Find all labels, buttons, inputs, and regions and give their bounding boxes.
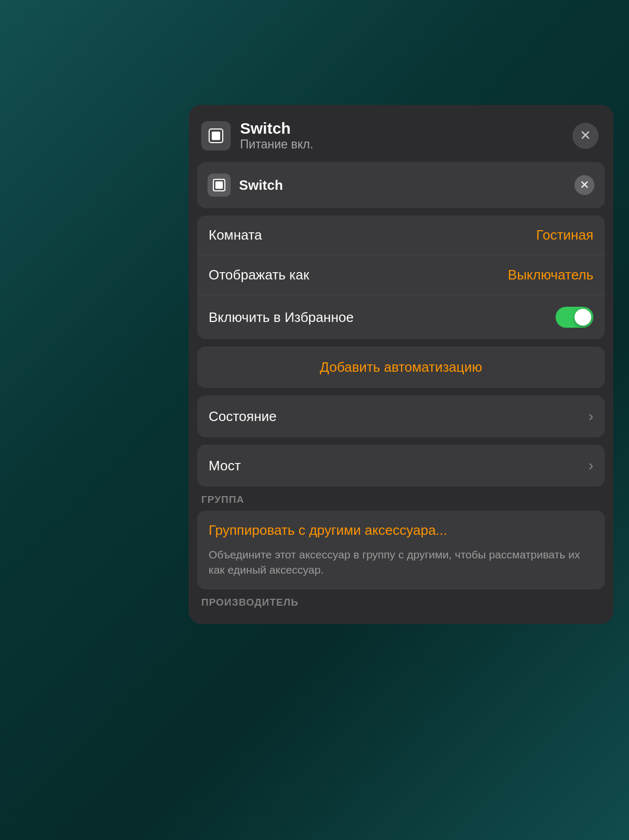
device-name-row: Switch ✕ [197, 162, 605, 208]
group-card: Группировать с другими аксессуара... Объ… [197, 511, 605, 589]
manufacturer-section-label: ПРОИЗВОДИТЕЛЬ [197, 597, 605, 613]
svg-rect-9 [215, 181, 223, 189]
bridge-label: Мост [209, 458, 241, 474]
manufacturer-section: ПРОИЗВОДИТЕЛЬ [197, 597, 605, 613]
modal-subtitle: Питание вкл. [240, 137, 313, 152]
modal-header: Switch Питание вкл. ✕ [189, 105, 613, 162]
group-section: ГРУППА Группировать с другими аксессуара… [197, 494, 605, 589]
switch-small-icon [213, 179, 225, 191]
display-label: Отображать как [209, 267, 309, 283]
group-section-label: ГРУППА [197, 494, 605, 511]
bridge-chevron-icon: › [589, 457, 593, 474]
add-automation-label: Добавить автоматизацию [320, 359, 482, 375]
modal-device-icon [201, 121, 231, 150]
toggle-thumb [574, 309, 591, 326]
settings-row-display[interactable]: Отображать как Выключатель [197, 255, 605, 295]
modal-device-section: Switch ✕ [197, 162, 605, 208]
settings-row-favorite: Включить в Избранное [197, 295, 605, 339]
favorite-toggle[interactable] [556, 307, 593, 328]
svg-rect-7 [212, 132, 220, 140]
bridge-row[interactable]: Мост › [197, 445, 605, 487]
device-name-icon [208, 174, 231, 197]
status-section: Состояние › [197, 395, 605, 437]
group-link-button[interactable]: Группировать с другими аксессуара... [197, 511, 605, 547]
status-row[interactable]: Состояние › [197, 395, 605, 437]
display-value: Выключатель [508, 267, 593, 283]
favorite-label: Включить в Избранное [209, 309, 354, 326]
group-description: Объедините этот аксессуар в группу с дру… [197, 547, 605, 589]
status-label: Состояние [209, 408, 277, 425]
add-automation-section: Добавить автоматизацию [197, 347, 605, 388]
settings-row-room[interactable]: Комната Гостиная [197, 216, 605, 255]
group-link-text: Группировать с другими аксессуара... [209, 522, 447, 538]
modal-close-button[interactable]: ✕ [572, 123, 599, 149]
modal-header-left: Switch Питание вкл. [201, 120, 313, 152]
modal-title: Switch [240, 120, 313, 137]
modal-panel: Switch Питание вкл. ✕ Switch ✕ Комната [189, 105, 613, 624]
settings-section: Комната Гостиная Отображать как Выключат… [197, 216, 605, 339]
status-chevron-icon: › [589, 408, 593, 425]
room-value: Гостиная [536, 227, 593, 243]
bridge-section: Мост › [197, 445, 605, 487]
add-automation-button[interactable]: Добавить автоматизацию [197, 347, 605, 388]
device-name-text: Switch [239, 177, 283, 193]
room-label: Комната [209, 227, 262, 243]
remove-device-button[interactable]: ✕ [574, 175, 594, 195]
device-name-left: Switch [208, 174, 283, 197]
modal-title-group: Switch Питание вкл. [240, 120, 313, 152]
switch-icon [208, 128, 224, 144]
